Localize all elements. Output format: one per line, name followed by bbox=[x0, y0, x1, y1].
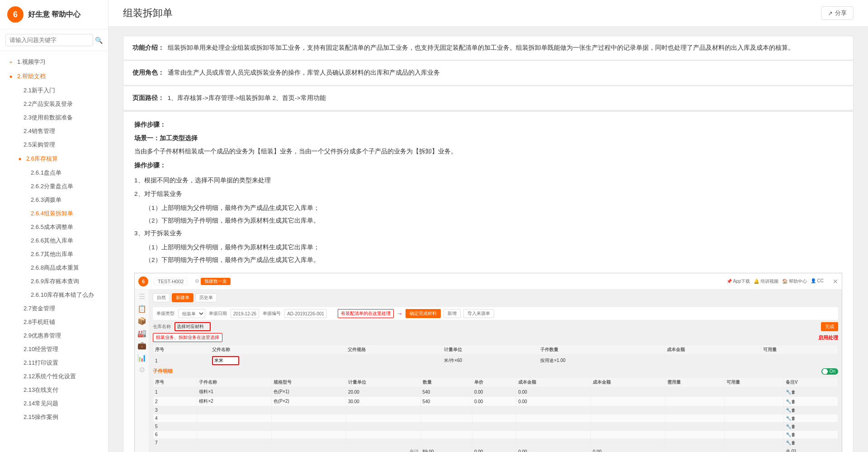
sc-tab-natural[interactable]: 自然 bbox=[153, 293, 170, 302]
scene-desc: 当由多个子件材料组装成一个成品的业务为【组装】业务，当由一个父件拆分成多个子产品… bbox=[134, 146, 842, 157]
sidebar-item-s261[interactable]: 2.6.1盘点单 bbox=[24, 166, 108, 180]
search-button[interactable]: 🔍 bbox=[95, 37, 103, 44]
table-row: 1 米/件×60 按用途×1.00 bbox=[153, 355, 838, 367]
sidebar-item-s212[interactable]: 2.12系统个性化设置 bbox=[16, 370, 108, 383]
sc-close-icon: ✕ bbox=[833, 278, 838, 285]
sc-parent-name-input[interactable] bbox=[212, 356, 239, 365]
sidebar-item-s25[interactable]: 2.5采购管理 bbox=[16, 138, 108, 152]
minus-circle-icon: ● bbox=[16, 155, 24, 162]
sidebar-item-s268[interactable]: 2.6.8商品成本重算 bbox=[24, 261, 108, 275]
sidebar-item-s215[interactable]: 2.15操作案例 bbox=[16, 410, 108, 424]
sc-import-btn[interactable]: 导入来源单 bbox=[463, 309, 494, 318]
sc-switch-knob bbox=[822, 369, 828, 374]
sc-reload-btns: ⚙ 预建数一发 bbox=[195, 278, 231, 285]
sidebar-item-s2610[interactable]: 2.6.10库存账本错了么办 bbox=[24, 288, 108, 302]
sidebar-item-s265[interactable]: 2.6.5成本调整单 bbox=[24, 220, 108, 234]
share-button[interactable]: ↗ 分享 bbox=[821, 6, 854, 20]
sidebar-item-s21[interactable]: 2.1新手入门 bbox=[16, 84, 108, 97]
table-row: 5 🔧🗑 bbox=[153, 423, 838, 431]
sc-app-logo: 6 bbox=[138, 276, 148, 286]
step2-1: （1）上部明细为父件明细，最终作为产成品生成其它入库单； bbox=[145, 203, 842, 214]
table-row: 4 🔧🗑 bbox=[153, 414, 838, 423]
sc-date-field: 2019-12-26 bbox=[231, 309, 259, 318]
sc-confirm-btn2[interactable]: 完成 bbox=[821, 322, 838, 331]
search-input[interactable] bbox=[5, 34, 93, 46]
step3-1: （1）上部明细为父件明细，最终作为原材料生成其它出库单； bbox=[145, 242, 842, 253]
sidebar-item-s211[interactable]: 2.11打印设置 bbox=[16, 356, 108, 370]
sidebar-item-s214[interactable]: 2.14常见问题 bbox=[16, 397, 108, 410]
sidebar-item-s29[interactable]: 2.9优惠券管理 bbox=[16, 329, 108, 343]
sc-tab-new[interactable]: 新建单 bbox=[172, 293, 193, 302]
sidebar-item-s26-wrap: ● 2.6库存核算 2.6.1盘点单 2.6.2分量盘点单 2.6.3调拨单 2… bbox=[16, 152, 108, 302]
sc-confirm-btn[interactable]: 确定完成材料 bbox=[406, 309, 441, 318]
step1: 1、根据不同的业务，选择不同单据的类型来处理 bbox=[134, 175, 842, 186]
sc-type-select[interactable]: 组装单 bbox=[178, 309, 205, 318]
sc-annotation2-area: 组装业务、拆卸业务在这里选择 启用处理 bbox=[153, 333, 838, 342]
sc-lower-table-header: 子件明细 On bbox=[153, 368, 838, 375]
sc-annotation1: 有装配清单的在这里处理 bbox=[338, 309, 394, 318]
sc-warehouse-field[interactable]: 选择对应材料 bbox=[175, 322, 211, 331]
sc-annotation4-area: 启用处理 bbox=[818, 334, 838, 341]
sc-docno-field: AD-20191226-001 bbox=[284, 309, 327, 318]
sc-confirm-btn-area: 完成 bbox=[821, 322, 838, 331]
sidebar-item-s262[interactable]: 2.6.2分量盘点单 bbox=[24, 180, 108, 193]
path-label: 页面路径： bbox=[132, 95, 164, 101]
sc-add-row-btn[interactable]: 新增 bbox=[443, 309, 461, 318]
sidebar-item-video[interactable]: ＋ 1.视频学习 bbox=[0, 55, 108, 69]
table-row: 7 🔧🗑 bbox=[153, 439, 838, 447]
sidebar-item-s267[interactable]: 2.6.7其他出库单 bbox=[24, 247, 108, 261]
table-row: 2 模料×2 色(P×2) 30.00 540 0.00 0.00 bbox=[153, 397, 838, 406]
sidebar: 6 好生意 帮助中心 🔍 ＋ 1.视频学习 ● 2.帮助文档 2.1新手入门 2… bbox=[0, 0, 108, 452]
sc-top-icons: 📌 App下载 🔔 培训视频 🏠 帮助中心 👤 CC bbox=[726, 278, 824, 285]
intro-text: 组装拆卸单用来处理企业组装或拆卸等加工业务，支持有固定装配清单的产品加工业务，也… bbox=[168, 44, 794, 51]
scene-title: 场景一：加工类型选择 bbox=[134, 134, 842, 143]
table-row: 1 领料×1 色(P×1) 20.00 540 0.00 0.00 bbox=[153, 387, 838, 397]
sc-url-bar: TEST-H002 bbox=[154, 278, 188, 285]
share-icon: ↗ bbox=[828, 10, 833, 17]
sc-form-area: 自然 新建单 历史单 单据类型 组装单 单据日期 20 bbox=[149, 290, 842, 452]
sc-annotation1-area: 有装配清单的在这里处理 → 确定完成材料 新增 导入来源单 bbox=[338, 309, 494, 318]
ops-title: 操作步骤： bbox=[134, 121, 842, 129]
sc-app-bar: 6 TEST-H002 ⚙ 预建数一发 📌 App下载 🔔 培训视频 🏠 帮助中… bbox=[135, 273, 842, 290]
sidebar-item-s266[interactable]: 2.6.6其他入库单 bbox=[24, 234, 108, 247]
sidebar-item-s22[interactable]: 2.2产品安装及登录 bbox=[16, 97, 108, 111]
sc-sidebar: ☰ 📋 📦 🏭 💼 📊 ⚙ bbox=[135, 290, 149, 452]
role-label: 使用角色： bbox=[132, 69, 164, 76]
sc-tabs: 自然 新建单 历史单 bbox=[153, 293, 838, 305]
main-header: 组装拆卸单 ↗ 分享 bbox=[108, 0, 868, 27]
sidebar-item-s210[interactable]: 2.10经营管理 bbox=[16, 343, 108, 356]
nav-tree: ＋ 1.视频学习 ● 2.帮助文档 2.1新手入门 2.2产品安装及登录 2.3… bbox=[0, 51, 108, 452]
sc-switch-area: On bbox=[821, 368, 838, 375]
sidebar-item-s28[interactable]: 2.8手机旺铺 bbox=[16, 315, 108, 329]
sc-info-row: 单据类型 组装单 单据日期 2019-12-26 单据编号 AD-2019122… bbox=[153, 307, 838, 320]
sidebar-sub-nav: 2.1新手入门 2.2产品安装及登录 2.3使用前数据准备 2.4销售管理 2.… bbox=[0, 84, 108, 424]
sc-upper-table-area: 序号 父件名称 父件规格 计量单位 子件数量 成本金额 可用量 bbox=[153, 345, 838, 367]
table-row: 6 🔧🗑 bbox=[153, 431, 838, 439]
step2: 2、对于组装业务 bbox=[134, 189, 842, 200]
sc-body: ☰ 📋 📦 🏭 💼 📊 ⚙ 自然 bbox=[135, 290, 842, 452]
sc-lower-table-label: 子件明细 bbox=[153, 368, 173, 375]
sidebar-item-s213[interactable]: 2.13在线支付 bbox=[16, 383, 108, 397]
intro-label: 功能介绍： bbox=[132, 44, 164, 51]
sc-tab-history[interactable]: 历史单 bbox=[195, 293, 217, 302]
sidebar-item-s23[interactable]: 2.3使用前数据准备 bbox=[16, 111, 108, 124]
sidebar-item-s264[interactable]: 2.6.4组装拆卸单 bbox=[24, 207, 108, 220]
sidebar-item-s263[interactable]: 2.6.3调拨单 bbox=[24, 193, 108, 207]
plus-icon: ＋ bbox=[7, 58, 14, 66]
sc-switch[interactable]: On bbox=[821, 368, 838, 375]
step3-2: （2）下部明细为子件明细，最终作为产成品生成其它入库单。 bbox=[145, 255, 842, 266]
path-text: 1、库存核算->库存管理->组装拆卸单 2、首页->常用功能 bbox=[168, 95, 326, 101]
sidebar-subsub-nav: 2.6.1盘点单 2.6.2分量盘点单 2.6.3调拨单 2.6.4组装拆卸单 … bbox=[16, 166, 108, 302]
sidebar-item-s27[interactable]: 2.7资金管理 bbox=[16, 302, 108, 315]
app-logo-icon: 6 bbox=[7, 6, 24, 23]
sidebar-item-s26[interactable]: ● 2.6库存核算 bbox=[16, 152, 108, 166]
sidebar-item-s24[interactable]: 2.4销售管理 bbox=[16, 124, 108, 138]
step3: 3、对于拆装业务 bbox=[134, 228, 842, 239]
sidebar-item-s269[interactable]: 2.6.9库存账本查询 bbox=[24, 275, 108, 288]
sc-upper-table: 序号 父件名称 父件规格 计量单位 子件数量 成本金额 可用量 bbox=[153, 345, 838, 367]
sc-orange-tab: 预建数一发 bbox=[201, 278, 231, 285]
search-box: 🔍 bbox=[0, 29, 108, 51]
screenshot-area: 6 TEST-H002 ⚙ 预建数一发 📌 App下载 🔔 培训视频 🏠 帮助中… bbox=[134, 273, 842, 452]
main-area: 组装拆卸单 ↗ 分享 功能介绍： 组装拆卸单用来处理企业组装或拆卸等加工业务，支… bbox=[108, 0, 868, 452]
sidebar-item-docs[interactable]: ● 2.帮助文档 2.1新手入门 2.2产品安装及登录 2.3使用前数据准备 2… bbox=[0, 69, 108, 424]
